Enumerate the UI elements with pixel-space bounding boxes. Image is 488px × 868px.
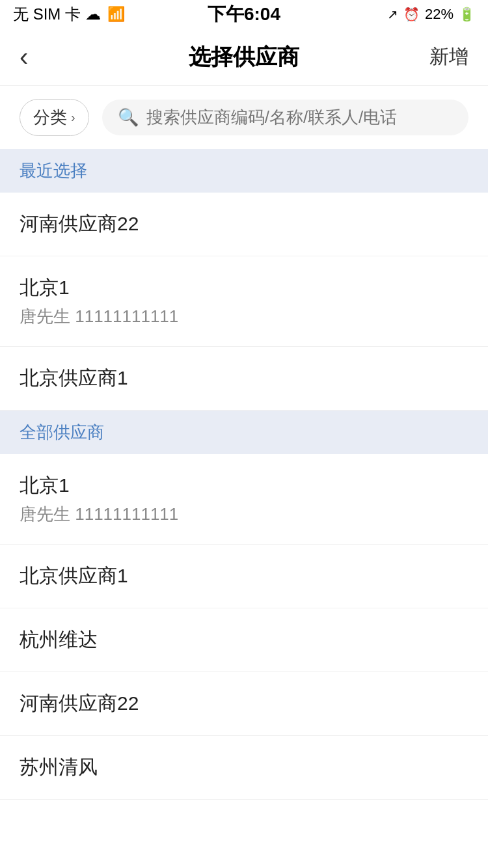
item-name: 北京供应商1: [20, 365, 468, 392]
no-sim-text: 无 SIM 卡 ☁: [13, 4, 101, 25]
battery-icon: 🔋: [459, 7, 475, 22]
all-list-item[interactable]: 苏州清风: [0, 736, 488, 800]
recent-section-header: 最近选择: [0, 149, 488, 193]
recent-section-label: 最近选择: [20, 161, 87, 180]
location-icon: ↗: [387, 7, 398, 22]
category-button[interactable]: 分类 ›: [20, 99, 89, 136]
category-label: 分类: [33, 106, 67, 129]
item-name: 苏州清风: [20, 754, 468, 781]
item-sub: 唐先生 11111111111: [20, 503, 468, 526]
recent-list-item[interactable]: 河南供应商22: [0, 193, 488, 256]
search-box[interactable]: 🔍: [102, 100, 468, 135]
alarm-icon: ⏰: [403, 7, 420, 22]
all-section-header: 全部供应商: [0, 411, 488, 454]
all-items-list: 北京1唐先生 11111111111北京供应商1杭州维达河南供应商22苏州清风: [0, 454, 488, 800]
status-left: 无 SIM 卡 ☁ 📶: [13, 4, 125, 25]
all-list-item[interactable]: 北京1唐先生 11111111111: [0, 454, 488, 545]
all-section-label: 全部供应商: [20, 422, 104, 442]
item-sub: 唐先生 11111111111: [20, 305, 468, 328]
back-button[interactable]: ‹: [13, 36, 34, 78]
item-name: 北京供应商1: [20, 563, 468, 590]
recent-items-list: 河南供应商22北京1唐先生 11111111111北京供应商1: [0, 193, 488, 411]
item-name: 河南供应商22: [20, 690, 468, 717]
item-name: 河南供应商22: [20, 211, 468, 237]
filter-bar: 分类 › 🔍: [0, 86, 488, 149]
status-right: ↗ ⏰ 22% 🔋: [387, 6, 475, 23]
recent-list-item[interactable]: 北京1唐先生 11111111111: [0, 256, 488, 347]
wifi-icon: 📶: [107, 6, 125, 23]
recent-list-item[interactable]: 北京供应商1: [0, 347, 488, 411]
search-icon: 🔍: [118, 107, 139, 128]
all-list-item[interactable]: 河南供应商22: [0, 672, 488, 736]
item-name: 北京1: [20, 275, 468, 301]
all-list-item[interactable]: 杭州维达: [0, 608, 488, 672]
search-input[interactable]: [146, 107, 453, 128]
status-time: 下午6:04: [208, 2, 280, 27]
battery-text: 22%: [425, 6, 454, 23]
item-name: 北京1: [20, 472, 468, 499]
page-title: 选择供应商: [189, 42, 299, 72]
status-bar: 无 SIM 卡 ☁ 📶 下午6:04 ↗ ⏰ 22% 🔋: [0, 0, 488, 29]
item-name: 杭州维达: [20, 627, 468, 653]
all-list-item[interactable]: 北京供应商1: [0, 545, 488, 608]
add-button[interactable]: 新增: [429, 44, 468, 70]
nav-bar: ‹ 选择供应商 新增: [0, 29, 488, 86]
chevron-right-icon: ›: [71, 110, 75, 125]
